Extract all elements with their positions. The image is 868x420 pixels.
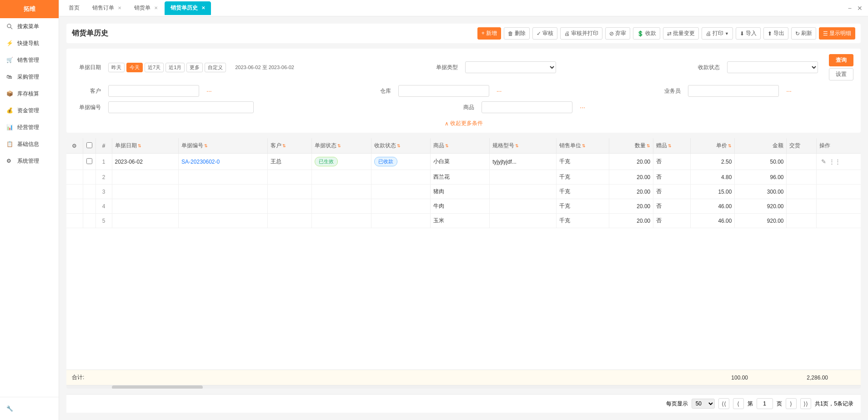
cell-unit: 千克 xyxy=(556,214,609,228)
svg-point-0 xyxy=(7,24,11,28)
cell-spec xyxy=(490,170,557,185)
search-icon xyxy=(6,23,14,30)
date-btn-today[interactable]: 今天 xyxy=(126,63,143,72)
batch-change-icon: ⇄ xyxy=(667,30,672,37)
col-doc-num[interactable]: 单据编号 ⇅ xyxy=(179,138,267,154)
collapse-row: ∧ 收起更多条件 xyxy=(74,118,853,127)
sidebar-item-operations-mgmt[interactable]: 📊 经营管理 xyxy=(0,119,59,136)
audit-icon: ✓ xyxy=(537,30,541,37)
goods-input[interactable] xyxy=(482,101,572,113)
col-price[interactable]: 单价 ⇅ xyxy=(690,138,735,154)
warehouse-dots[interactable]: ··· xyxy=(497,87,502,95)
tab-sales-history[interactable]: 销货单历史 ✕ xyxy=(165,1,211,15)
sidebar-item-inventory-calc[interactable]: 📦 库存核算 xyxy=(0,85,59,102)
date-btn-yesterday[interactable]: 昨天 xyxy=(108,63,125,72)
price-sort-icon: ⇅ xyxy=(728,144,732,148)
tab-home[interactable]: 首页 xyxy=(63,1,85,15)
doc-num-input[interactable] xyxy=(108,101,254,113)
last-page-button[interactable]: ⟩⟩ xyxy=(800,398,811,409)
date-btn-1month[interactable]: 近1月 xyxy=(166,63,185,72)
settings-button[interactable]: 设置 xyxy=(829,68,853,80)
sidebar: 拓维 搜索菜单 ⚡ 快捷导航 🛒 销售管理 🛍 采购管理 📦 库存核算 💰 资金… xyxy=(0,0,59,420)
page-size-select[interactable]: 50 100 200 xyxy=(692,399,715,409)
refresh-button[interactable]: ↻ 刷新 xyxy=(791,27,816,40)
batch-change-button[interactable]: ⇄ 批量变更 xyxy=(663,27,699,40)
customer-input[interactable] xyxy=(108,85,199,97)
audit-print-button[interactable]: 🖨 审核并打印 xyxy=(560,27,602,40)
tab-close-sales-history[interactable]: ✕ xyxy=(201,5,205,10)
sidebar-item-purchase-mgmt[interactable]: 🛍 采购管理 xyxy=(0,69,59,85)
doc-type-select[interactable] xyxy=(465,61,556,73)
cell-checkbox xyxy=(83,170,95,185)
col-gift[interactable]: 赠品 ⇅ xyxy=(653,138,690,154)
collect-status-badge: 已收款 xyxy=(374,157,397,166)
scrollbar-thumb[interactable] xyxy=(112,385,203,389)
sidebar-item-sales-mgmt[interactable]: 🛒 销售管理 xyxy=(0,52,59,69)
sidebar-item-search-menu[interactable]: 搜索菜单 xyxy=(0,18,59,35)
audit-button[interactable]: ✓ 审核 xyxy=(532,27,557,40)
sidebar-item-quick-nav[interactable]: ⚡ 快捷导航 xyxy=(0,35,59,52)
col-date[interactable]: 单据日期 ⇅ xyxy=(112,138,179,154)
page-size-label: 每页显示 xyxy=(666,400,688,408)
select-all-checkbox[interactable] xyxy=(86,142,92,148)
date-btn-custom[interactable]: 自定义 xyxy=(205,63,226,72)
date-btn-7days[interactable]: 近7天 xyxy=(145,63,164,72)
delete-button[interactable]: 🗑 删除 xyxy=(504,27,530,40)
row-checkbox[interactable] xyxy=(86,158,92,164)
col-unit[interactable]: 销售单位 ⇅ xyxy=(556,138,609,154)
col-qty[interactable]: 数量 ⇅ xyxy=(609,138,653,154)
more-action-icon[interactable]: ⋮⋮ xyxy=(830,157,839,166)
doc-type-label: 单据类型 xyxy=(431,64,458,71)
scrollbar-track[interactable] xyxy=(66,385,861,389)
export-button[interactable]: ⬆ 导出 xyxy=(763,27,788,40)
cell-customer xyxy=(267,170,312,185)
cell-checkbox xyxy=(83,185,95,199)
customer-dots[interactable]: ··· xyxy=(206,87,212,95)
collect-button[interactable]: 💲 收款 xyxy=(633,27,660,40)
col-collect-status[interactable]: 收款状态 ⇅ xyxy=(371,138,430,154)
first-page-button[interactable]: ⟨⟨ xyxy=(718,398,729,409)
sidebar-item-system-mgmt[interactable]: ⚙ 系统管理 xyxy=(0,153,59,170)
cell-date: 2023-06-02 xyxy=(112,154,179,170)
query-button[interactable]: 查询 xyxy=(829,54,853,66)
collapse-button[interactable]: ∧ 收起更多条件 xyxy=(445,120,483,127)
sidebar-item-basic-info[interactable]: 📋 基础信息 xyxy=(0,136,59,153)
window-minimize[interactable]: − xyxy=(846,5,853,12)
cell-date xyxy=(112,170,179,185)
prev-page-button[interactable]: ⟨ xyxy=(733,398,744,409)
col-settings[interactable]: ⚙ xyxy=(66,138,83,154)
abandon-button[interactable]: ⊘ 弃审 xyxy=(605,27,630,40)
edit-action-icon[interactable]: ✎ xyxy=(819,157,828,166)
col-doc-status[interactable]: 单据状态 ⇅ xyxy=(312,138,371,154)
tab-sales-goods[interactable]: 销货单 ✕ xyxy=(128,1,164,15)
cell-gift: 否 xyxy=(653,154,690,170)
new-button[interactable]: + 新增 xyxy=(477,27,501,40)
doc-num-link[interactable]: SA-20230602-0 xyxy=(181,159,220,165)
date-btn-more[interactable]: 更多 xyxy=(186,63,203,72)
warehouse-input[interactable] xyxy=(398,85,489,97)
cell-gift: 否 xyxy=(653,170,690,185)
col-customer[interactable]: 客户 ⇅ xyxy=(267,138,312,154)
salesperson-dots[interactable]: ··· xyxy=(786,87,792,95)
col-spec[interactable]: 规格型号 ⇅ xyxy=(490,138,557,154)
col-goods[interactable]: 商品 ⇅ xyxy=(430,138,489,154)
page-num-input[interactable] xyxy=(757,398,773,409)
tab-close-sales-goods[interactable]: ✕ xyxy=(154,5,158,10)
print-button[interactable]: 🖨 打印 ▼ xyxy=(702,27,733,40)
salesperson-input[interactable] xyxy=(688,85,779,97)
window-close[interactable]: ✕ xyxy=(855,5,864,12)
collect-status-select[interactable] xyxy=(727,61,818,73)
cell-amount: 920.00 xyxy=(735,199,787,214)
sidebar-item-label: 销售管理 xyxy=(17,56,39,64)
import-button[interactable]: ⬇ 导入 xyxy=(736,27,761,40)
goods-dots[interactable]: ··· xyxy=(580,104,585,111)
next-page-button[interactable]: ⟩ xyxy=(786,398,797,409)
main-area: 首页 销售订单 ✕ 销货单 ✕ 销货单历史 ✕ − ✕ 销货单历史 + 新增 xyxy=(59,0,868,420)
tab-close-sales-order[interactable]: ✕ xyxy=(118,5,121,10)
cell-doc-status xyxy=(312,199,371,214)
qty-sort-icon: ⇅ xyxy=(647,144,650,148)
show-detail-button[interactable]: ☰ 显示明细 xyxy=(819,27,855,40)
tab-sales-order[interactable]: 销售订单 ✕ xyxy=(86,1,127,15)
sidebar-bottom-icon1[interactable]: 🔧 xyxy=(0,401,59,416)
sidebar-item-finance-mgmt[interactable]: 💰 资金管理 xyxy=(0,102,59,119)
